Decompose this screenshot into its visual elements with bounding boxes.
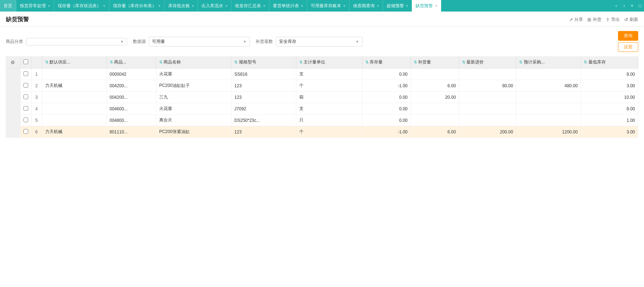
tab-close-btn[interactable]: × <box>628 0 636 12</box>
col-stock[interactable]: ⇅ 库存量 <box>362 56 411 69</box>
row-checkbox-5[interactable] <box>23 129 28 134</box>
table-row: 1 0000042 火花塞 SS816 支 0.00 8.00 <box>6 69 638 80</box>
replenish-basis-select[interactable]: 安全库存 ▼ <box>276 37 362 47</box>
row-est-0 <box>516 69 581 80</box>
col-spec-label: 规格型号 <box>239 59 256 65</box>
tab-avail-ledger[interactable]: 可用量库存账本 × <box>307 0 349 12</box>
row-check-4[interactable] <box>20 115 31 126</box>
tab-expiry-close[interactable]: × <box>377 4 379 8</box>
row-min-0: 8.00 <box>581 69 638 80</box>
row-stock-2: 0.00 <box>362 92 411 103</box>
row-checkbox-0[interactable] <box>23 71 28 76</box>
share-button[interactable]: ↗ 分享 <box>569 17 583 23</box>
row-est-4 <box>516 115 581 126</box>
tab-expiry[interactable]: 保质期查询 × <box>349 0 383 12</box>
row-checkbox-2[interactable] <box>23 94 28 99</box>
row-price-1: 80.00 <box>459 80 516 92</box>
col-settings[interactable]: ⚙ <box>6 56 20 69</box>
col-min-stock[interactable]: ⇅ 最低库存 <box>581 56 638 69</box>
tab-in-out-flow-close[interactable]: × <box>225 4 227 8</box>
tab-recv-total[interactable]: 收发存汇总表 × <box>231 0 269 12</box>
refresh-icon: ↺ <box>624 17 628 22</box>
row-num-4: 5 <box>31 115 42 126</box>
row-unit-4: 只 <box>296 115 362 126</box>
tab-prev-btn[interactable]: ‹ <box>612 0 620 12</box>
query-button[interactable]: 查询 <box>618 31 638 41</box>
row-check-3[interactable] <box>20 103 31 115</box>
tab-shortage-close[interactable]: × <box>435 4 437 8</box>
tab-shortage[interactable]: 缺货预警 × <box>412 0 441 12</box>
row-name-0: 火花塞 <box>156 69 231 80</box>
tab-in-out-flow-label: 出入库流水 <box>201 3 223 9</box>
col-product-name[interactable]: ⇅ 商品名称 <box>156 56 231 69</box>
col-check[interactable] <box>20 56 31 69</box>
category-filter-label: 商品分类 <box>6 39 23 45</box>
row-check-5[interactable] <box>20 126 31 138</box>
tab-maximize-btn[interactable]: □ <box>636 0 644 12</box>
row-check-1[interactable] <box>20 80 31 92</box>
row-checkbox-3[interactable] <box>23 106 28 111</box>
tab-overstock-label: 超储预警 <box>387 3 404 9</box>
filter-bar: 商品分类 ▼ 数据源 可用量 ▼ 补货基数 安全库存 ▼ 查询 设置 <box>0 27 644 56</box>
row-replenish-4 <box>411 115 459 126</box>
tab-overstock[interactable]: 超储预警 × <box>383 0 412 12</box>
table-header-row: ⚙ ⇅ 默认供应... ⇅ 商品... ⇅ <box>6 56 638 69</box>
tab-stock-dist[interactable]: 现存量（库存分布表） × <box>109 0 165 12</box>
row-code-5: 801110... <box>106 126 156 138</box>
tab-home-label: 首页 <box>4 3 12 9</box>
tab-stock-dist-close[interactable]: × <box>158 4 161 8</box>
row-price-0 <box>459 69 516 80</box>
tab-stock-status-close[interactable]: × <box>103 4 105 8</box>
tab-requisition-close[interactable]: × <box>301 4 303 8</box>
category-select[interactable]: ▼ <box>26 38 127 45</box>
tab-nav-actions: ‹ › × □ <box>612 0 644 12</box>
table-row: 6 力天机械 801110... PC200张紧油缸 123 个 -1.00 6… <box>6 126 638 138</box>
tab-batch-account[interactable]: 库存批次账 × <box>165 0 198 12</box>
tab-batch-account-label: 库存批次账 <box>168 3 190 9</box>
row-min-3: 8.00 <box>581 103 638 115</box>
category-filter-group: 商品分类 ▼ <box>6 38 127 45</box>
select-all-checkbox[interactable] <box>23 59 28 64</box>
col-spec[interactable]: ⇅ 规格型号 <box>231 56 296 69</box>
tab-home[interactable]: 首页 <box>0 0 16 12</box>
row-check-2[interactable] <box>20 92 31 103</box>
setting-button[interactable]: 设置 <box>618 42 638 52</box>
row-checkbox-1[interactable] <box>23 83 28 88</box>
tab-recv-total-close[interactable]: × <box>263 4 265 8</box>
col-est-purchase[interactable]: ⇅ 预计采购... <box>516 56 581 69</box>
col-latest-price[interactable]: ⇅ 最新进价 <box>459 56 516 69</box>
tab-stock-status[interactable]: 现存量（库存状况表） × <box>54 0 109 12</box>
refresh-label: 刷新 <box>630 17 638 23</box>
tab-batch-account-close[interactable]: × <box>192 4 194 8</box>
tab-in-out-flow[interactable]: 出入库流水 × <box>198 0 231 12</box>
row-check-0[interactable] <box>20 69 31 80</box>
row-spec-1: 123 <box>231 80 296 92</box>
row-supplier-4 <box>42 115 106 126</box>
col-unit[interactable]: ⇅ 主计量单位 <box>296 56 362 69</box>
tab-shortage-label: 缺货预警 <box>415 3 433 9</box>
datasource-select[interactable]: 可用量 ▼ <box>149 37 250 47</box>
col-product-code[interactable]: ⇅ 商品... <box>106 56 156 69</box>
tab-avail-ledger-close[interactable]: × <box>343 4 345 8</box>
row-code-2: 004200... <box>106 92 156 103</box>
tab-stock-dist-label: 现存量（库存分布表） <box>113 3 156 9</box>
col-default-supplier[interactable]: ⇅ 默认供应... <box>42 56 106 69</box>
page-title: 缺货预警 <box>6 16 29 23</box>
tab-overstock-close[interactable]: × <box>406 4 408 8</box>
row-price-5: 200.00 <box>459 126 516 138</box>
replenish-button[interactable]: ⊞ 补货 <box>587 17 601 23</box>
tab-abnormal-close[interactable]: × <box>48 4 50 8</box>
row-code-0: 0000042 <box>106 69 156 80</box>
tab-next-btn[interactable]: › <box>620 0 628 12</box>
tab-requisition[interactable]: 要货单统计表 × <box>269 0 307 12</box>
row-supplier-1: 力天机械 <box>42 80 106 92</box>
tab-abnormal[interactable]: 拣货异常处理 × <box>16 0 54 12</box>
col-replenish[interactable]: ⇅ 补货量 <box>411 56 459 69</box>
replenish-basis-value: 安全库存 <box>279 39 296 45</box>
row-code-3: 004600... <box>106 103 156 115</box>
row-checkbox-4[interactable] <box>23 118 28 122</box>
export-button[interactable]: ⇧ 导出 <box>606 17 620 23</box>
replenish-basis-chevron-down-icon: ▼ <box>356 40 359 44</box>
row-unit-5: 个 <box>296 126 362 138</box>
refresh-button[interactable]: ↺ 刷新 <box>624 17 638 23</box>
